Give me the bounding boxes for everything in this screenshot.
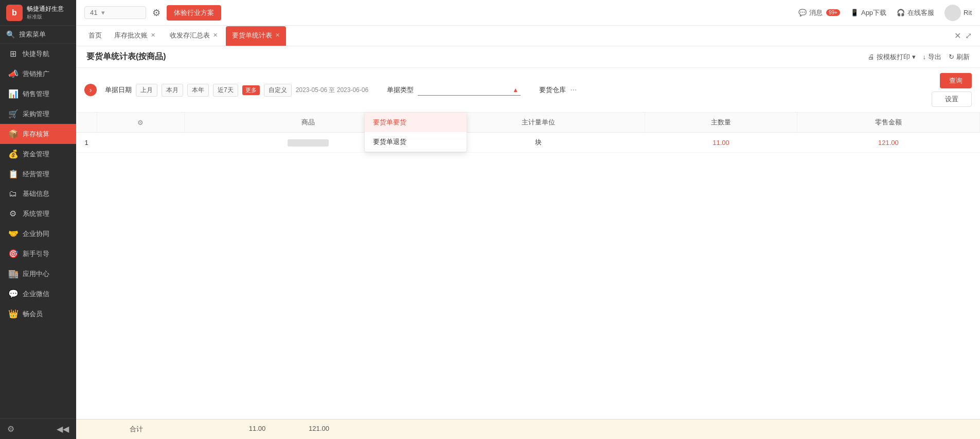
sidebar-item-label: 新手引导	[23, 249, 49, 259]
purchase-icon: 🛒	[8, 109, 17, 119]
query-set-group: 查询 设置	[932, 73, 972, 107]
company-name: 畅捷通好生意	[27, 5, 64, 13]
app-download-button[interactable]: 📱 App下载	[850, 8, 886, 17]
message-button[interactable]: 💬 消息 99+	[798, 8, 840, 17]
print-template-button[interactable]: 🖨 按模板打印 ▾	[868, 52, 916, 62]
sidebar-item-member[interactable]: 👑 畅会员	[0, 304, 76, 324]
user-menu[interactable]: Rit	[945, 5, 972, 21]
custom-date-button[interactable]: 自定义	[264, 84, 292, 97]
member-icon: 👑	[8, 309, 17, 319]
sidebar-item-label: 库存核算	[23, 130, 49, 139]
app-subtitle: 标准版	[27, 13, 64, 21]
wechat-icon: 💬	[8, 289, 17, 299]
warehouse-label: 要货仓库	[539, 85, 566, 95]
sidebar-item-label: 快捷导航	[23, 49, 49, 59]
main-area: 41 ▾ ⚙ 体验行业方案 💬 消息 99+ 📱 App下载 🎧 在线客服	[76, 0, 980, 439]
collapse-icon[interactable]: ◀◀	[57, 424, 69, 434]
query-button[interactable]: 查询	[940, 73, 972, 88]
tab-goods-stat[interactable]: 要货单统计表 ✕	[226, 26, 286, 46]
date-last-7days-button[interactable]: 近7天	[213, 84, 238, 97]
store-selector[interactable]: 41 ▾	[84, 6, 146, 19]
export-label: 导出	[928, 52, 941, 62]
sidebar-search[interactable]: 🔍 搜索菜单	[0, 26, 76, 44]
tab-summary[interactable]: 收发存汇总表 ✕	[164, 26, 224, 46]
sidebar-item-sales[interactable]: 📊 销售管理	[0, 84, 76, 104]
sidebar: b 畅捷通好生意 标准版 🔍 搜索菜单 ⊞ 快捷导航 📣 营销推广 📊 销售管理…	[0, 0, 76, 439]
set-button[interactable]: 设置	[932, 92, 972, 107]
dropdown-item-order-goods[interactable]: 要货单要货	[365, 113, 467, 132]
sidebar-item-basics[interactable]: 🗂 基础信息	[0, 184, 76, 204]
tab-batch-close-icon[interactable]: ✕	[151, 32, 155, 39]
row-amount: 121.00	[797, 133, 979, 153]
tab-batch[interactable]: 库存批次账 ✕	[108, 26, 162, 46]
filter-toggle-button[interactable]: ›	[84, 84, 97, 96]
marketing-icon: 📣	[8, 69, 17, 79]
tab-maximize-icon[interactable]: ⤢	[965, 31, 972, 41]
download-icon: 📱	[850, 9, 859, 16]
type-input-container: ▲	[418, 84, 521, 96]
tab-batch-label: 库存批次账	[114, 31, 148, 40]
warehouse-more-icon[interactable]: ···	[570, 85, 577, 95]
warehouse-filter-group: 要货仓库 ···	[539, 85, 577, 95]
tab-goods-stat-close-icon[interactable]: ✕	[275, 32, 280, 39]
sidebar-item-wechat[interactable]: 💬 企业微信	[0, 284, 76, 304]
sidebar-item-purchase[interactable]: 🛒 采购管理	[0, 104, 76, 124]
product-placeholder	[288, 139, 329, 147]
type-input[interactable]	[418, 84, 521, 96]
tab-home-label: 首页	[88, 31, 102, 40]
sidebar-logo: b 畅捷通好生意 标准版	[0, 0, 76, 26]
sidebar-item-cooperation[interactable]: 🤝 企业协同	[0, 224, 76, 244]
page-header: 要货单统计表(按商品) 🖨 按模板打印 ▾ ↓ 导出 ↻ 刷新	[76, 46, 980, 68]
sidebar-item-marketing[interactable]: 📣 营销推广	[0, 64, 76, 84]
date-prev-month-button[interactable]: 上月	[136, 84, 157, 97]
tab-close-all-icon[interactable]: ✕	[954, 31, 961, 41]
date-this-month-button[interactable]: 本月	[162, 84, 183, 97]
tab-bar: 首页 库存批次账 ✕ 收发存汇总表 ✕ 要货单统计表 ✕ ✕ ⤢	[76, 26, 980, 46]
sales-icon: 📊	[8, 89, 17, 99]
header-right: 💬 消息 99+ 📱 App下载 🎧 在线客服 Rit	[798, 5, 972, 21]
page-actions: 🖨 按模板打印 ▾ ↓ 导出 ↻ 刷新	[868, 52, 970, 62]
data-table: ⚙ 商品 主计量单位 主数量 零售金额 1	[76, 113, 980, 153]
col-settings: ⚙	[97, 113, 185, 133]
more-badge[interactable]: 更多	[242, 85, 260, 95]
sidebar-bottom: ⚙ ◀◀	[0, 418, 76, 439]
table-footer: 合计 11.00 121.00	[76, 419, 980, 439]
date-range-text: 2023-05-06 至 2023-06-06	[296, 86, 368, 95]
dropdown-arrow-icon: ▾	[101, 9, 105, 16]
tab-home[interactable]: 首页	[84, 26, 106, 46]
appstore-icon: 🏬	[8, 269, 17, 279]
page-content: 要货单统计表(按商品) 🖨 按模板打印 ▾ ↓ 导出 ↻ 刷新 ›	[76, 46, 980, 439]
refresh-icon: ↻	[949, 53, 954, 61]
sidebar-item-label: 企业协同	[23, 229, 49, 239]
header-settings-icon[interactable]: ⚙	[152, 7, 161, 19]
search-icon: 🔍	[6, 30, 15, 39]
top-header: 41 ▾ ⚙ 体验行业方案 💬 消息 99+ 📱 App下载 🎧 在线客服	[76, 0, 980, 26]
dropdown-item-order-return[interactable]: 要货单退货	[365, 132, 467, 152]
print-arrow-icon: ▾	[912, 53, 916, 61]
date-this-year-button[interactable]: 本年	[187, 84, 209, 97]
sidebar-item-inventory[interactable]: 📦 库存核算	[0, 124, 76, 144]
type-dropdown-icon[interactable]: ▲	[512, 86, 519, 94]
export-button[interactable]: ↓ 导出	[923, 52, 942, 62]
trial-button[interactable]: 体验行业方案	[167, 5, 221, 21]
settings-bottom-icon[interactable]: ⚙	[7, 424, 14, 434]
row-checkbox	[97, 133, 185, 153]
sidebar-item-operation[interactable]: 📋 经营管理	[0, 164, 76, 184]
sidebar-item-system[interactable]: ⚙ 系统管理	[0, 204, 76, 224]
column-settings-icon[interactable]: ⚙	[137, 119, 144, 126]
sidebar-item-shortcut[interactable]: ⊞ 快捷导航	[0, 44, 76, 64]
online-service-button[interactable]: 🎧 在线客服	[897, 8, 934, 17]
inventory-icon: 📦	[8, 129, 17, 139]
sidebar-item-finance[interactable]: 💰 资金管理	[0, 144, 76, 164]
tab-summary-close-icon[interactable]: ✕	[213, 32, 218, 39]
finance-icon: 💰	[8, 149, 17, 159]
search-label: 搜索菜单	[19, 30, 46, 39]
logo-icon: b	[6, 5, 23, 21]
header-left: 41 ▾ ⚙ 体验行业方案	[84, 5, 221, 21]
type-dropdown-menu: 要货单要货 要货单退货	[364, 112, 467, 152]
refresh-button[interactable]: ↻ 刷新	[949, 52, 970, 62]
sidebar-item-guide[interactable]: 🎯 新手引导	[0, 244, 76, 264]
sidebar-nav: ⊞ 快捷导航 📣 营销推广 📊 销售管理 🛒 采购管理 📦 库存核算 💰 资金管…	[0, 44, 76, 418]
sidebar-item-appstore[interactable]: 🏬 应用中心	[0, 264, 76, 284]
sidebar-item-label: 销售管理	[23, 89, 49, 99]
